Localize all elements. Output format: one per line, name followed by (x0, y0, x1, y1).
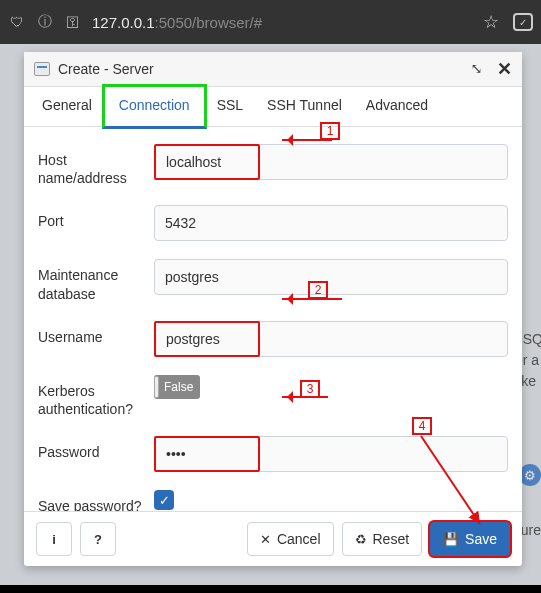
cancel-icon: ✕ (260, 532, 271, 547)
save-password-checkbox[interactable]: ✓ (154, 490, 174, 510)
cancel-button[interactable]: ✕Cancel (247, 522, 334, 556)
dialog-title: Create - Server (58, 61, 463, 77)
expand-icon[interactable]: ⤢ (469, 63, 485, 75)
tab-connection[interactable]: Connection (102, 84, 207, 129)
label-host: Host name/address (38, 144, 154, 187)
pocket-icon[interactable] (513, 13, 533, 31)
bookmark-star-icon[interactable]: ☆ (483, 11, 499, 33)
background-gear-icon[interactable]: ⚙ (519, 464, 541, 486)
label-savepw: Save password? (38, 490, 154, 511)
maintdb-input[interactable] (154, 259, 508, 295)
label-port: Port (38, 205, 154, 230)
toggle-knob (154, 376, 159, 398)
browser-address-bar: 🛡 ⓘ ⚿ 127.0.0.1:5050/browser/# ☆ (0, 0, 541, 44)
key-icon: ⚿ (64, 14, 82, 30)
form-body: Host name/address Port Maintenance datab… (24, 127, 522, 511)
save-icon: 💾 (443, 532, 459, 547)
reset-button[interactable]: ♻Reset (342, 522, 423, 556)
toggle-label: False (160, 380, 200, 394)
label-password: Password (38, 436, 154, 461)
create-server-dialog: Create - Server ⤢ ✕ General Connection S… (24, 52, 522, 566)
help-icon: ? (94, 532, 102, 547)
close-icon[interactable]: ✕ (497, 60, 512, 78)
info-icon[interactable]: ⓘ (36, 13, 54, 31)
tab-ssh-tunnel[interactable]: SSH Tunnel (255, 87, 354, 126)
tab-ssl[interactable]: SSL (205, 87, 255, 126)
tab-advanced[interactable]: Advanced (354, 87, 440, 126)
save-button[interactable]: 💾Save (430, 522, 510, 556)
label-username: Username (38, 321, 154, 346)
info-button[interactable]: i (36, 522, 72, 556)
password-input-highlight[interactable] (154, 436, 260, 472)
port-input[interactable] (154, 205, 508, 241)
help-button[interactable]: ? (80, 522, 116, 556)
label-kerberos: Kerberos authentication? (38, 375, 154, 418)
server-icon (34, 62, 50, 76)
dialog-tabs: General Connection SSL SSH Tunnel Advanc… (24, 87, 522, 127)
reset-label: Reset (373, 531, 410, 547)
reset-icon: ♻ (355, 532, 367, 547)
dialog-footer: i ? ✕Cancel ♻Reset 💾Save (24, 511, 522, 566)
shield-icon: 🛡 (8, 14, 26, 30)
url-host: 127.0.0.1 (92, 14, 155, 31)
url-field[interactable]: 127.0.0.1:5050/browser/# (92, 14, 473, 31)
host-input-highlight[interactable] (154, 144, 260, 180)
label-maintdb: Maintenance database (38, 259, 154, 302)
dialog-header: Create - Server ⤢ ✕ (24, 52, 522, 87)
username-input-highlight[interactable] (154, 321, 260, 357)
cancel-label: Cancel (277, 531, 321, 547)
save-label: Save (465, 531, 497, 547)
tab-general[interactable]: General (30, 87, 104, 126)
info-icon: i (52, 532, 56, 547)
kerberos-toggle[interactable]: False (154, 375, 200, 399)
url-path: :5050/browser/# (155, 14, 263, 31)
